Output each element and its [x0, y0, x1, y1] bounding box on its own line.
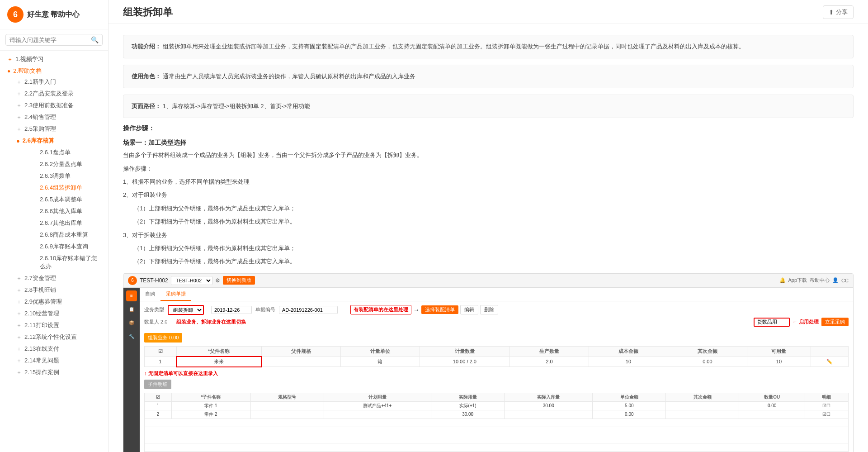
ss-tab-purchase[interactable]: 采购单据 — [160, 288, 191, 301]
sidebar-item-label: 2.10经营管理 — [24, 309, 59, 318]
ss-bottom-table: ☑ *子件名称 规格型号 计划用量 实际用量 实际入库量 单位金额 其次金额 数 — [144, 393, 849, 452]
ss-subcell-check: 1 — [145, 401, 172, 410]
sidebar-leaf-269[interactable]: 2.6.9库存账本查询 — [27, 241, 108, 252]
sidebar-item-label: 2.8手机旺铺 — [24, 286, 56, 294]
ss-subcell-cost: 0.00 — [593, 410, 666, 419]
ss-cell-prod: 2.0 — [510, 357, 589, 367]
sidebar-item-video[interactable]: ＋ 1.视频学习 — [0, 52, 108, 64]
ss-apply-btn[interactable]: 立采采购 — [821, 318, 849, 326]
ss-subcol-other: 其次金额 — [666, 393, 739, 401]
sidebar-leaf-261[interactable]: 2.6.1盘点单 — [27, 147, 108, 158]
sidebar-item-mobile[interactable]: ＋ 2.8手机旺铺 — [11, 284, 108, 296]
ss-form-body: 业务类型 组装拆卸 单据编号 — [140, 301, 853, 452]
ss-type-select[interactable]: 组装拆卸 — [168, 305, 204, 315]
ss-col-parent-name: *父件名称 — [176, 346, 261, 357]
ss-tab-home[interactable]: 自购 — [140, 288, 160, 301]
sidebar-item-faq[interactable]: ＋ 2.14常见问题 — [11, 355, 108, 366]
ss-annotation-area5: ↑ 无固定清单可以直接在这里录入 — [144, 369, 849, 377]
ss-app-label: App下载 — [788, 277, 807, 284]
intro-text: 组装拆卸单用来处理企业组装或拆卸等加工业务，支持有固定装配清单的产品加工业务，也… — [163, 43, 745, 50]
sidebar-item-sales[interactable]: ＋ 2.4销售管理 — [11, 111, 108, 123]
ss-lower-label: 子件明细 — [144, 380, 171, 389]
plus-icon: ＋ — [16, 125, 22, 133]
ss-mini-sidebar: ≡ 📋 📦 🔧 — [123, 288, 140, 452]
ss-ref-input[interactable] — [279, 306, 338, 314]
ss-cell-edit-icon[interactable]: ✏️ — [811, 357, 849, 367]
ss-form-wrapper: 业务类型 组装拆卸 单据编号 — [144, 305, 849, 333]
sidebar-item-ops[interactable]: ＋ 2.10经营管理 — [11, 308, 108, 319]
sidebar-item-docs[interactable]: ● 2.帮助文档 — [0, 64, 108, 76]
ss-col-other: 其次金额 — [668, 346, 747, 357]
sidebar-leaf-263[interactable]: 2.6.3调拨单 — [27, 170, 108, 182]
sidebar-item-inventory[interactable]: ● 2.6库存核算 — [11, 135, 108, 147]
ss-form-row1: 业务类型 组装拆卸 单据编号 — [144, 305, 849, 315]
ss-company-select[interactable]: TEST-H002 — [171, 276, 212, 285]
search-icon: 🔍 — [91, 36, 99, 43]
sidebar-item-data-prep[interactable]: ＋ 2.3使用前数据准备 — [11, 100, 108, 111]
plus-icon: ＋ — [16, 114, 22, 121]
plus-icon: ＋ — [16, 275, 22, 282]
plus-icon: ＋ — [16, 90, 22, 98]
annotation-text3: 组装业务、拆卸业务在这里切换 — [176, 319, 246, 325]
step2-2: （2）下部明细为子件明细，最终作为原材料生成其它出库单。 — [123, 216, 854, 227]
sidebar-leaf-268[interactable]: 2.6.8商品成本重算 — [27, 229, 108, 241]
scenario1-desc: 当由多个子件材料组装成一个成品的业务为【组装】业务，当由一个父件拆分成多个子产品… — [123, 150, 854, 160]
ss-btn-edit[interactable]: 编辑 — [460, 305, 478, 314]
step2: 2、对于组装业务 — [123, 190, 854, 200]
ss-subcell-instock — [505, 410, 593, 419]
ss-form-row2: 数量人 2.0 组装业务、拆卸业务在这里切换 ← 启用处理 立采采购 — [144, 318, 849, 327]
sidebar-leaf-267[interactable]: 2.6.7其他出库单 — [27, 217, 108, 229]
ss-btn-del[interactable]: 删除 — [480, 305, 498, 314]
role-label: 使用角色： — [132, 73, 161, 80]
screenshot: 6 TEST-H002 TEST-H002 ⚙ 切换到新版 🔔 App下载 帮助… — [123, 273, 854, 452]
sidebar-item-print[interactable]: ＋ 2.11打印设置 — [11, 319, 108, 331]
sidebar-item-payment[interactable]: ＋ 2.13在线支付 — [11, 343, 108, 355]
main-content: 组装拆卸单 ⬆ 分享 功能介绍： 组装拆卸单用来处理企业组装或拆卸等加工业务，支… — [108, 0, 868, 452]
sidebar-item-label: 1.视频学习 — [15, 55, 44, 63]
share-label: 分享 — [836, 8, 848, 16]
ss-search-input[interactable] — [754, 318, 790, 327]
ss-sidebar-icon1: ≡ — [126, 290, 137, 301]
ss-cell-avail: 10 — [747, 357, 811, 367]
table-row: 1 零件 1 测试产品+41+ 实际(+1) 30.00 5.00 0.00 — [145, 401, 849, 410]
sidebar-item-finance[interactable]: ＋ 2.7资金管理 — [11, 272, 108, 284]
plus-icon: ＋ — [16, 369, 22, 376]
sidebar-item-system[interactable]: ＋ 2.12系统个性化设置 — [11, 331, 108, 343]
ss-subcell-other — [666, 410, 739, 419]
sidebar-leaf-264[interactable]: 2.6.4组装拆卸单 — [27, 182, 108, 194]
search-input[interactable] — [9, 37, 91, 43]
path-text: 1、库存核算->库存管理->组装拆卸单 2、首页->常用功能 — [163, 103, 311, 109]
step3-2: （2）下部明细为子件明细，最终作为产成品生成其它入库单。 — [123, 256, 854, 266]
ss-date-input[interactable] — [211, 306, 252, 314]
ss-annotation-area1: 有装配清单的在这里处理 → 选择装配清单 编辑 删除 — [341, 305, 498, 314]
sidebar-item-label: 2.11打印设置 — [24, 321, 59, 329]
nav-list: ＋ 1.视频学习 ● 2.帮助文档 ＋ 2.1新手入门 ＋ 2.2产品安装及登录… — [0, 51, 108, 452]
share-button[interactable]: ⬆ 分享 — [823, 5, 854, 19]
sidebar-item-cases[interactable]: ＋ 2.15操作案例 — [11, 366, 108, 378]
ss-cell-other: 0.00 — [668, 357, 747, 367]
sidebar-item-install[interactable]: ＋ 2.2产品安装及登录 — [11, 88, 108, 100]
scenario1-title: 场景一：加工类型选择 — [123, 139, 854, 147]
annotation-text5: ↑ 无固定清单可以直接在这里录入 — [144, 371, 218, 376]
nav-sub-inventory: 2.6.1盘点单 2.6.2分量盘点单 2.6.3调拨单 2.6.4组装拆卸单 … — [11, 147, 108, 272]
minus-icon: ● — [16, 138, 20, 144]
ss-upper-label: 组装业务 0.00 — [144, 333, 182, 343]
logo-icon: 6 — [7, 6, 24, 23]
ss-select-btn[interactable]: 选择装配清单 — [421, 305, 458, 314]
sidebar-leaf-265[interactable]: 2.6.5成本调整单 — [27, 194, 108, 205]
sidebar-leaf-262[interactable]: 2.6.2分量盘点单 — [27, 158, 108, 170]
sidebar-item-label: 2.5采购管理 — [24, 125, 56, 133]
table-row — [145, 419, 849, 427]
ss-count-label: 数量人 2.0 — [144, 319, 167, 325]
ss-new-btn[interactable]: 切换到新版 — [223, 276, 255, 285]
sidebar-leaf-266[interactable]: 2.6.6其他入库单 — [27, 205, 108, 217]
plus-icon: ＋ — [16, 298, 22, 306]
sidebar-item-newbie[interactable]: ＋ 2.1新手入门 — [11, 76, 108, 88]
search-box[interactable]: 🔍 — [5, 34, 103, 46]
sidebar-leaf-2610[interactable]: 2.6.10库存账本错了怎么办 — [27, 252, 108, 272]
sidebar-item-coupon[interactable]: ＋ 2.9优惠券管理 — [11, 296, 108, 308]
ss-subcell-ou: 0.00 — [739, 401, 805, 410]
sidebar-item-purchase[interactable]: ＋ 2.5采购管理 — [11, 123, 108, 135]
ss-logo: 6 — [128, 276, 137, 285]
plus-icon: ＋ — [7, 56, 13, 63]
